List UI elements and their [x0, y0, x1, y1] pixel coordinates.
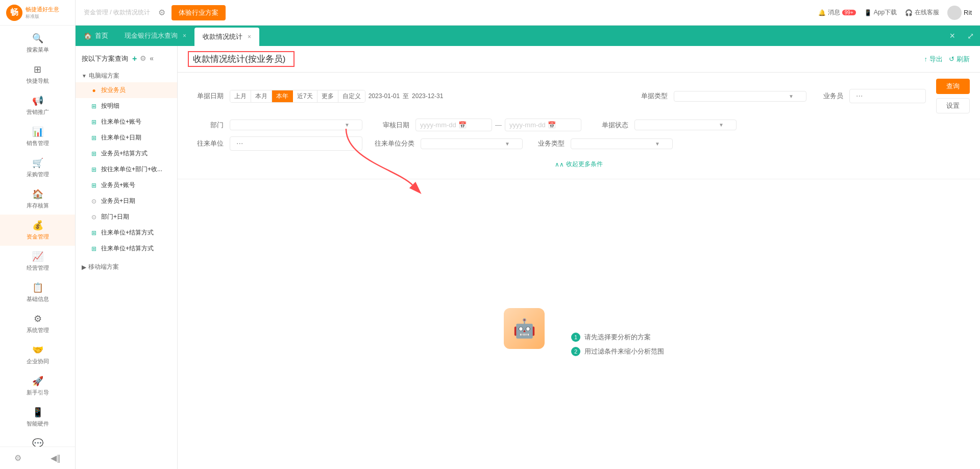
desktop-scheme-group: ▼ 电脑端方案 ● 按业务员 ⊞ 按明细 ⊞ 往来单位+账号 ⊞ 往来单位+ — [76, 67, 177, 259]
sidebar-item-quicknav[interactable]: ⊞ 快捷导航 — [0, 59, 75, 90]
review-date-to[interactable]: yyyy-mm-dd 📅 — [505, 119, 581, 131]
export-button[interactable]: ↑ 导出 — [924, 55, 943, 64]
sidebar-settings-btn[interactable]: ⚙ — [10, 451, 26, 465]
online-service-btn[interactable]: 🎧 在线客服 — [905, 8, 939, 17]
collapse-bar[interactable]: ∧∧ 收起更多条件 — [188, 156, 970, 173]
date-tab-custom[interactable]: 自定义 — [338, 90, 365, 102]
sidebar-item-enterprise-label: 企业协同 — [27, 358, 49, 365]
sidebar-bottom: ⚙ ◀‖ — [0, 447, 75, 469]
notifications-btn[interactable]: 🔔 消息 99+ — [818, 8, 856, 17]
scheme-item-detail[interactable]: ⊞ 按明细 — [76, 98, 177, 114]
sidebar-item-hardware-label: 智能硬件 — [27, 420, 49, 428]
date-tab-this-month[interactable]: 本月 — [251, 90, 272, 102]
refresh-button[interactable]: ↺ 刷新 — [949, 55, 970, 64]
partner-select[interactable]: ··· — [230, 136, 362, 151]
scheme-item-salesperson-account[interactable]: ⊞ 业务员+账号 — [76, 177, 177, 193]
mobile-group-label: 移动端方案 — [88, 263, 119, 271]
salesperson-label: 业务员 — [813, 91, 843, 101]
sidebar-item-finance[interactable]: 💰 资金管理 — [0, 215, 75, 246]
user-info[interactable]: Rit — [947, 6, 972, 20]
enterprise-icon: 🤝 — [32, 344, 43, 356]
sidebar-item-basic[interactable]: 📋 基础信息 — [0, 277, 75, 308]
scheme-item-partner-settle1[interactable]: ⊞ 往来单位+结算方式 — [76, 225, 177, 241]
trial-button[interactable]: 体验行业方案 — [172, 5, 226, 20]
scheme-item-partner-date[interactable]: ⊞ 往来单位+日期 — [76, 130, 177, 146]
scheme-item-partner-account-label: 往来单位+账号 — [101, 118, 141, 126]
sidebar-item-wechat[interactable]: 💬 企业微信 — [0, 433, 75, 447]
salesperson-more-icon[interactable]: ··· — [856, 91, 863, 101]
scheme-item-partner-dept[interactable]: ⊞ 按往来单位+部门+收... — [76, 161, 177, 177]
biz-type-select[interactable]: ▼ — [571, 138, 673, 149]
quicknav-icon: ⊞ — [34, 64, 41, 75]
empty-area: 🤖 1 请先选择要分析的方案 2 用过滤条件来缩小分析范围 — [178, 179, 980, 469]
tab-receipt-stats-close[interactable]: × — [248, 33, 251, 40]
sidebar-item-purchase[interactable]: 🛒 采购管理 — [0, 152, 75, 183]
date-tab-last-month[interactable]: 上月 — [230, 90, 251, 102]
tabs-close-all-btn[interactable]: × — [943, 31, 961, 41]
filter-actions: 查询 设置 — [936, 79, 970, 113]
collapse-up-icon: ∧∧ — [555, 161, 564, 168]
app-download-btn[interactable]: 📱 App下载 — [864, 8, 897, 17]
partner-category-select[interactable]: ▼ — [421, 138, 523, 149]
sidebar-item-sales[interactable]: 📊 销售管理 — [0, 121, 75, 152]
sidebar-item-operations[interactable]: 📈 经营管理 — [0, 246, 75, 277]
sidebar-item-guide[interactable]: 🚀 新手引导 — [0, 370, 75, 402]
search-icon: 🔍 — [32, 33, 43, 44]
settings-scheme-icon[interactable]: ⚙ — [140, 54, 146, 63]
scheme-item-partner-settle2[interactable]: ⊞ 往来单位+结算方式 — [76, 241, 177, 256]
date-to: 2023-12-31 — [412, 92, 443, 100]
tab-bank-flow[interactable]: 现金银行流水查询 × — [116, 26, 194, 46]
date-tab-7days[interactable]: 近7天 — [293, 90, 317, 102]
settings-button[interactable]: 设置 — [936, 98, 970, 113]
sidebar-item-system[interactable]: ⚙ 系统管理 — [0, 308, 75, 339]
tab-bank-flow-close[interactable]: × — [183, 32, 186, 39]
dept-select[interactable]: ▼ — [230, 120, 362, 130]
sidebar-item-operations-label: 经营管理 — [27, 264, 49, 272]
partner-more-icon[interactable]: ··· — [236, 139, 243, 148]
scheme-item-salesperson-date[interactable]: ⊙ 业务员+日期 — [76, 193, 177, 209]
scheme-item-dept-date[interactable]: ⊙ 部门+日期 — [76, 209, 177, 225]
topbar: 资金管理 / 收款情况统计 ⚙ 体验行业方案 🔔 消息 99+ 📱 App下载 … — [76, 0, 980, 26]
sidebar-item-enterprise[interactable]: 🤝 企业协同 — [0, 339, 75, 370]
sidebar-item-finance-label: 资金管理 — [27, 233, 49, 241]
review-date-to-calendar-icon[interactable]: 📅 — [548, 121, 556, 129]
mobile-group-header[interactable]: ▶ 移动端方案 — [76, 261, 177, 273]
biz-type-arrow-icon: ▼ — [655, 141, 660, 147]
sidebar-item-marketing[interactable]: 📢 营销推广 — [0, 90, 75, 121]
sidebar-item-search[interactable]: 🔍 搜索菜单 — [0, 28, 75, 59]
review-date-from[interactable]: yyyy-mm-dd 📅 — [415, 119, 492, 131]
sidebar-collapse-btn[interactable]: ◀‖ — [46, 451, 65, 465]
collapse-panel-icon[interactable]: « — [150, 54, 154, 63]
doc-type-select[interactable]: ▼ — [674, 91, 806, 102]
tab-receipt-stats-label: 收款情况统计 — [203, 32, 242, 41]
desktop-group-header[interactable]: ▼ 电脑端方案 — [76, 69, 177, 82]
sidebar-item-inventory[interactable]: 🏠 库存核算 — [0, 183, 75, 215]
tab-home-label: 首页 — [95, 31, 108, 40]
tabs-maximize-btn[interactable]: ⤢ — [961, 31, 980, 41]
doc-status-select[interactable]: ▼ — [634, 120, 737, 130]
date-from: 2023-01-01 — [369, 92, 400, 100]
date-tab-this-year[interactable]: 本年 — [272, 90, 293, 102]
date-tab-more[interactable]: 更多 — [317, 90, 338, 102]
tab-receipt-stats[interactable]: 收款情况统计 × — [194, 28, 259, 46]
salesperson-select[interactable]: ··· — [849, 89, 926, 103]
page-header: 收款情况统计(按业务员) ↑ 导出 ↺ 刷新 — [178, 46, 980, 73]
date-label: 单据日期 — [188, 91, 224, 101]
logo-icon: 畅 — [6, 5, 22, 21]
sidebar-nav: 🔍 搜索菜单 ⊞ 快捷导航 📢 营销推广 📊 销售管理 🛒 采购管理 🏠 库存核… — [0, 26, 75, 447]
topbar-gear-icon[interactable]: ⚙ — [158, 8, 165, 17]
tab-home[interactable]: 🏠 首页 — [76, 26, 116, 46]
query-button[interactable]: 查询 — [936, 79, 970, 94]
doc-status-arrow-icon: ▼ — [719, 122, 724, 128]
scheme-item-salesperson-settle[interactable]: ⊞ 业务员+结算方式 — [76, 146, 177, 161]
sidebar-item-purchase-label: 采购管理 — [27, 171, 49, 178]
review-date-from-placeholder: yyyy-mm-dd — [420, 121, 456, 129]
bell-icon: 🔔 — [818, 9, 826, 16]
online-service-label: 在线客服 — [915, 8, 939, 17]
sidebar-item-hardware[interactable]: 📱 智能硬件 — [0, 402, 75, 433]
salesperson-date-icon: ⊙ — [90, 197, 98, 205]
add-scheme-icon[interactable]: + — [132, 54, 137, 63]
scheme-item-salesperson[interactable]: ● 按业务员 — [76, 82, 177, 98]
review-date-from-calendar-icon[interactable]: 📅 — [458, 121, 467, 129]
scheme-item-partner-account[interactable]: ⊞ 往来单位+账号 — [76, 114, 177, 130]
